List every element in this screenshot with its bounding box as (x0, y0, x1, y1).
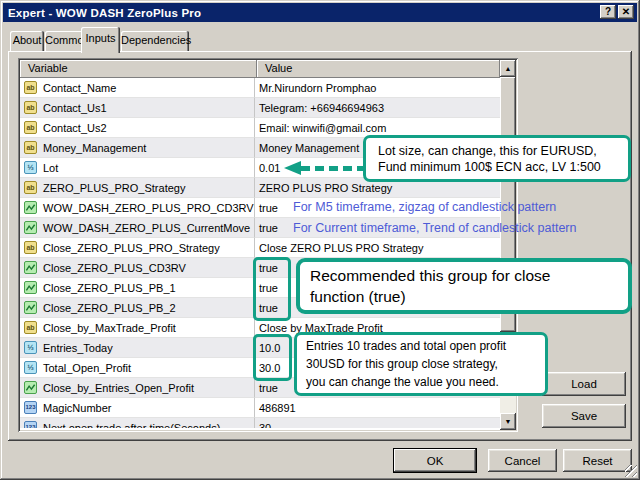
scroll-up-button[interactable]: ▲ (500, 60, 516, 77)
bool-icon (24, 281, 37, 294)
annotation-arrow-dashes (301, 166, 363, 171)
row-variable: Close_ZERO_PLUS_PRO_Strategy (43, 242, 220, 254)
row-variable: Close_ZERO_PLUS_PB_2 (43, 302, 176, 314)
reset-button[interactable]: Reset (563, 449, 632, 472)
row-variable: Close_by_MaxTrade_Profit (43, 322, 176, 334)
row-value[interactable]: 486891 (255, 398, 500, 418)
row-value[interactable]: Telegram: +66946694963 (255, 98, 500, 118)
table-row[interactable]: 123MagicNumber486891 (20, 398, 500, 418)
row-variable: MagicNumber (43, 402, 111, 414)
double-icon: ½ (24, 361, 37, 374)
column-header-value[interactable]: Value (257, 60, 500, 78)
entries-highlight-box (253, 334, 292, 381)
current-annotation-text: For Current timeframe, Trend of candlest… (293, 221, 576, 235)
table-row[interactable]: abContact_NameMr.Nirundorn Promphao (20, 78, 500, 98)
row-value[interactable]: Close ZERO PLUS PRO Strategy (255, 238, 500, 258)
resize-grip[interactable] (625, 465, 637, 477)
table-row[interactable]: 123Next open trade after time(Seconds)30 (20, 418, 500, 428)
tab-common[interactable]: Common (45, 31, 85, 51)
close-group-highlight-box (253, 257, 291, 321)
row-variable: Close_ZERO_PLUS_PB_1 (43, 282, 176, 294)
row-variable: Contact_Us1 (43, 102, 107, 114)
window-title: Expert - WOW DASH ZeroPlus Pro (8, 7, 201, 19)
bool-icon (24, 201, 37, 214)
row-variable: Close_by_Entries_Open_Profit (43, 382, 194, 394)
cancel-button[interactable]: Cancel (488, 449, 557, 472)
bool-icon (24, 221, 37, 234)
string-icon: ab (24, 181, 37, 194)
string-icon: ab (24, 141, 37, 154)
tab-dependencies[interactable]: Dependencies (121, 31, 189, 51)
load-button[interactable]: Load (542, 372, 626, 396)
title-bar[interactable]: Expert - WOW DASH ZeroPlus Pro ? ✕ (3, 3, 637, 22)
titlebar-buttons: ? ✕ (600, 5, 634, 19)
row-variable: WOW_DASH_ZERO_PLUS_PRO_CD3RV (43, 202, 254, 214)
table-row[interactable]: abClose_ZERO_PLUS_PRO_StrategyClose ZERO… (20, 238, 500, 258)
row-value[interactable]: 30 (255, 418, 500, 428)
int-icon: 123 (24, 401, 37, 414)
row-value[interactable]: Mr.Nirundorn Promphao (255, 78, 500, 98)
tab-about[interactable]: About (10, 31, 44, 51)
double-icon: ½ (24, 161, 37, 174)
row-variable: Contact_Us2 (43, 122, 107, 134)
string-icon: ab (24, 321, 37, 334)
scroll-down-button[interactable]: ▼ (500, 413, 516, 430)
close-group-annotation-box: Recommended this group for close functio… (296, 258, 632, 314)
expert-properties-dialog: Expert - WOW DASH ZeroPlus Pro ? ✕ About… (0, 0, 640, 480)
double-icon: ½ (24, 341, 37, 354)
row-variable: Next open trade after time(Seconds) (43, 422, 220, 429)
row-variable: Close_ZERO_PLUS_CD3RV (43, 262, 186, 274)
bool-icon (24, 381, 37, 394)
lot-annotation-box: Lot size, can change, this for EURUSD, F… (363, 135, 631, 182)
entries-annotation-box: Entries 10 trades and total open profit … (294, 332, 548, 396)
string-icon: ab (24, 241, 37, 254)
bool-icon (24, 301, 37, 314)
string-icon: ab (24, 81, 37, 94)
m5-annotation-text: For M5 timeframe, zigzag of candlestick … (293, 200, 556, 214)
bool-icon (24, 261, 37, 274)
row-variable: WOW_DASH_ZERO_PLUS_CurrentMove (43, 222, 250, 234)
annotation-arrow-head-icon (284, 161, 301, 175)
row-variable: ZERO_PLUS_PRO_Strategy (43, 182, 185, 194)
ok-button[interactable]: OK (394, 449, 476, 472)
int-icon: 123 (24, 421, 37, 428)
table-row[interactable]: abContact_Us1Telegram: +66946694963 (20, 98, 500, 118)
close-button[interactable]: ✕ (618, 5, 634, 19)
tab-inputs[interactable]: Inputs (81, 27, 120, 53)
row-variable: Money_Management (43, 142, 146, 154)
help-button[interactable]: ? (600, 5, 616, 19)
string-icon: ab (24, 121, 37, 134)
string-icon: ab (24, 101, 37, 114)
row-variable: Entries_Today (43, 342, 113, 354)
column-header-variable[interactable]: Variable (20, 60, 257, 78)
row-variable: Lot (43, 162, 58, 174)
save-button[interactable]: Save (542, 404, 626, 428)
row-variable: Total_Open_Profit (43, 362, 131, 374)
row-variable: Contact_Name (43, 82, 116, 94)
